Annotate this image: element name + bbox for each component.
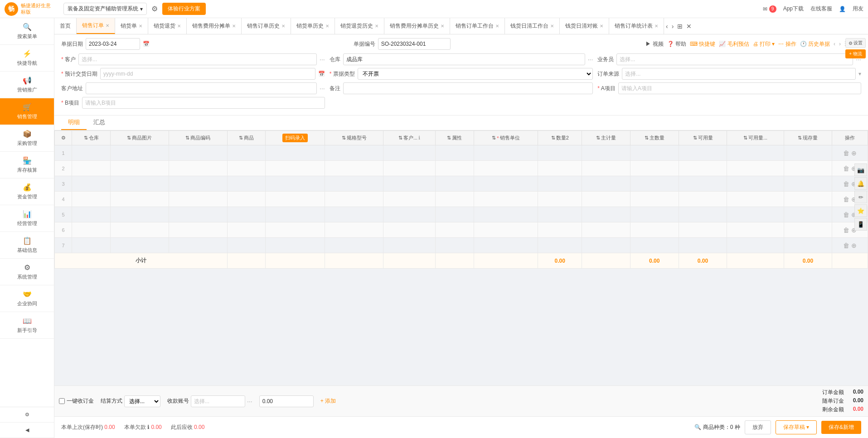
a-project-input[interactable] <box>618 82 861 94</box>
tab-prev-icon[interactable]: ‹ <box>664 23 670 30</box>
date-input[interactable] <box>86 38 140 50</box>
next-record-icon[interactable]: › <box>839 41 841 47</box>
tab-sales-order-history[interactable]: 销售订单历史 ✕ <box>242 18 291 34</box>
sidebar-item-basic[interactable]: 📋 基础信息 <box>0 232 54 259</box>
note-input[interactable] <box>343 82 593 94</box>
receipt-account-input[interactable] <box>191 395 245 407</box>
sidebar-item-system[interactable]: ⚙ 系统管理 <box>0 259 54 285</box>
tab-close-icon[interactable]: ✕ <box>281 24 285 29</box>
calendar-icon[interactable]: 📅 <box>318 71 325 77</box>
expected-date-input[interactable] <box>100 68 315 80</box>
delete-row-button[interactable]: 🗑 <box>843 180 849 188</box>
shortcut-btn[interactable]: ⌨ 快捷键 <box>690 40 715 48</box>
tab-home[interactable]: 首页 <box>54 18 77 34</box>
tab-sales-order[interactable]: 销售订单 ✕ <box>77 18 115 34</box>
preview-btn[interactable]: ▶ 视频 <box>645 40 663 48</box>
tab-close-icon[interactable]: ✕ <box>441 24 444 29</box>
sidebar-item-marketing[interactable]: 📢 营销推广 <box>0 72 54 98</box>
tab-sales-refund[interactable]: 销货退货 ✕ <box>148 18 187 34</box>
copy-row-button[interactable]: ⊕ <box>851 242 857 249</box>
one-click-checkbox[interactable]: 一键收订金 <box>59 397 94 405</box>
tab-sales-summary[interactable]: 销售订单统计表 ✕ <box>609 18 664 34</box>
float-edit-btn[interactable]: ✏ <box>854 191 867 203</box>
delete-row-button[interactable]: 🗑 <box>843 242 849 249</box>
tab-close-icon[interactable]: ✕ <box>177 24 181 29</box>
discard-button[interactable]: 放弃 <box>745 420 771 434</box>
salesperson-input[interactable] <box>616 53 853 65</box>
operations-btn[interactable]: ⋯ 操作 <box>778 40 796 48</box>
tab-sales-fee-split[interactable]: 销售费用分摊单 ✕ <box>187 18 242 34</box>
profit-btn[interactable]: 📈 毛利预估 <box>719 40 749 48</box>
more-icon[interactable]: ··· <box>588 56 593 63</box>
tab-sales-refund-history[interactable]: 销货退货历史 ✕ <box>335 18 384 34</box>
tab-close-icon[interactable]: ✕ <box>375 24 378 29</box>
payment-method-select[interactable]: 选择... <box>124 395 160 407</box>
save-draft-button[interactable]: 保存草稿 ▾ <box>776 420 817 434</box>
tab-close-icon[interactable]: ✕ <box>139 24 142 29</box>
delete-row-button[interactable]: 🗑 <box>843 149 849 157</box>
add-payment-button[interactable]: + 添加 <box>320 397 336 405</box>
sidebar-bottom-settings[interactable]: ⚙ <box>0 407 54 423</box>
order-source-input[interactable] <box>622 68 856 80</box>
settings-side-button[interactable]: ⚙ 设置 <box>845 38 866 48</box>
print-btn[interactable]: 🖨 打印 ▾ <box>753 40 775 48</box>
tab-sales-return-history[interactable]: 销货单历史 ✕ <box>291 18 335 34</box>
scan-input-button[interactable]: 扫码录入 <box>282 134 308 142</box>
tab-more-icon[interactable]: ⊞ <box>675 23 684 30</box>
copy-row-button[interactable]: ⊕ <box>851 149 857 157</box>
float-star-btn[interactable]: ⭐ <box>854 204 867 217</box>
sidebar-item-guide[interactable]: 📖 新手引导 <box>0 312 54 339</box>
app-selector[interactable]: 装备及固定资产辅助管理系统 ▾ <box>63 3 147 15</box>
chevron-down-icon[interactable]: ▾ <box>858 71 861 77</box>
sidebar-item-inventory[interactable]: 🏪 库存核算 <box>0 152 54 178</box>
prev-record-icon[interactable]: ‹ <box>834 41 835 47</box>
more-icon[interactable]: ··· <box>247 398 252 405</box>
tab-close-icon[interactable]: ✕ <box>232 24 236 29</box>
float-mobile-btn[interactable]: 📱 <box>854 218 867 231</box>
tab-next-icon[interactable]: › <box>670 23 676 30</box>
tab-close-icon[interactable]: ✕ <box>550 24 554 29</box>
more-icon[interactable]: ··· <box>320 85 325 92</box>
tab-close-icon[interactable]: ✕ <box>495 24 499 29</box>
tab-sales-fee-history[interactable]: 销售费用分摊单历史 ✕ <box>384 18 450 34</box>
sidebar-collapse-button[interactable]: ◀ <box>0 423 54 438</box>
tab-cash-reconcile[interactable]: 钱货日清对账 ✕ <box>560 18 609 34</box>
sidebar-item-quick[interactable]: ⚡ 快捷导航 <box>0 45 54 72</box>
tab-close-icon[interactable]: ✕ <box>325 24 329 29</box>
tab-sales-order-workbench[interactable]: 销售订单工作台 ✕ <box>450 18 505 34</box>
tab-close-icon[interactable]: ✕ <box>600 24 603 29</box>
sidebar-item-operations[interactable]: 📊 经营管理 <box>0 205 54 232</box>
invoice-type-select[interactable]: 不开票 增值税专用发票 增值税普通发票 <box>358 68 593 80</box>
help-btn[interactable]: ❓ 帮助 <box>667 40 686 48</box>
add-logistics-button[interactable]: + 物流 <box>845 49 866 58</box>
tab-close-all-icon[interactable]: ✕ <box>684 23 693 30</box>
user-name[interactable]: 用友 <box>853 5 863 13</box>
warehouse-input[interactable] <box>343 53 585 65</box>
float-camera-btn[interactable]: 📷 <box>854 164 867 176</box>
col-header-settings[interactable]: ⚙ <box>55 131 72 145</box>
sidebar-item-enterprise[interactable]: 🤝 企业协同 <box>0 285 54 312</box>
tab-summary[interactable]: 汇总 <box>87 116 112 130</box>
one-click-checkbox-input[interactable] <box>59 398 65 404</box>
sidebar-item-sales[interactable]: 🛒 销售管理 <box>0 98 54 125</box>
app-download-link[interactable]: App下载 <box>783 5 804 13</box>
sidebar-item-purchase[interactable]: 📦 采购管理 <box>0 125 54 152</box>
sidebar-item-finance[interactable]: 💰 资金管理 <box>0 178 54 205</box>
save-new-button[interactable]: 保存&新增 <box>821 421 861 434</box>
tab-cash-daily-workbench[interactable]: 钱货日清工作台 ✕ <box>505 18 560 34</box>
delete-row-button[interactable]: 🗑 <box>843 211 849 218</box>
delete-row-button[interactable]: 🗑 <box>843 196 849 203</box>
tab-sales-return[interactable]: 销货单 ✕ <box>115 18 148 34</box>
order-no-input[interactable] <box>378 38 451 50</box>
tab-close-icon[interactable]: ✕ <box>655 24 658 29</box>
gear-icon[interactable]: ⚙ <box>151 5 158 13</box>
float-bell-btn[interactable]: 🔔 <box>854 177 867 190</box>
delete-row-button[interactable]: 🗑 <box>843 165 849 172</box>
customer-input[interactable] <box>78 53 317 65</box>
solution-button[interactable]: 体验行业方案 <box>162 3 206 15</box>
message-icon[interactable]: ✉ 9 <box>763 5 776 13</box>
tab-detail[interactable]: 明细 <box>61 116 87 130</box>
calendar-icon[interactable]: 📅 <box>143 41 150 47</box>
b-project-input[interactable] <box>82 97 325 109</box>
history-btn[interactable]: 🕐 历史单据 <box>800 40 830 48</box>
